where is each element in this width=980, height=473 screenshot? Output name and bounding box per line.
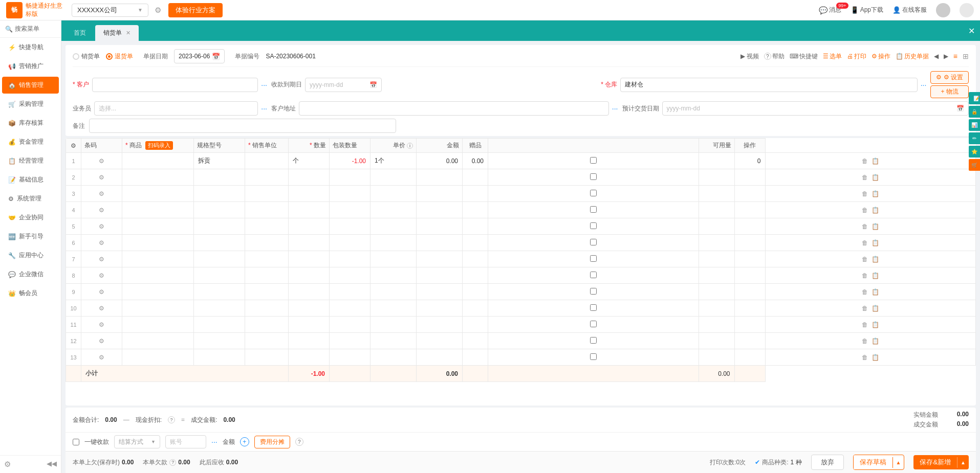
sidebar-item-sales[interactable]: 🏠 销售管理 bbox=[2, 77, 59, 94]
addr-more-btn[interactable]: ··· bbox=[612, 104, 618, 112]
tab-close-icon[interactable]: ✕ bbox=[126, 30, 130, 36]
radio-sales-order[interactable]: 销货单 bbox=[73, 52, 100, 61]
toolbar-video[interactable]: ▶ 视频 bbox=[741, 52, 759, 61]
row-delete-icon[interactable]: 🗑 bbox=[862, 256, 868, 263]
sidebar-item-inventory[interactable]: 📦 库存核算 bbox=[2, 115, 59, 131]
expense-split-btn[interactable]: 费用分摊 bbox=[254, 436, 290, 448]
logistics-btn[interactable]: + 物流 bbox=[930, 85, 969, 98]
toolbar-history[interactable]: 📋 历史单据 bbox=[896, 52, 929, 61]
sidebar-item-marketing[interactable]: 📢 营销推广 bbox=[2, 58, 59, 75]
rfb-1[interactable]: 📝 bbox=[969, 92, 980, 104]
row-gear-icon[interactable]: ⚙ bbox=[99, 321, 104, 328]
sidebar-item-system[interactable]: ⚙ 系统管理 bbox=[2, 190, 59, 207]
row-delete-icon[interactable]: 🗑 bbox=[862, 321, 868, 328]
row-gear-icon[interactable]: ⚙ bbox=[99, 174, 104, 181]
sidebar-settings-btn[interactable]: ⚙ bbox=[4, 460, 11, 469]
warehouse-input[interactable]: 建材仓 bbox=[620, 78, 917, 92]
gift-checkbox[interactable] bbox=[590, 288, 597, 295]
next-icon[interactable]: ▶ bbox=[944, 53, 948, 60]
company-selector[interactable]: XXXXXX公司 ▼ bbox=[72, 4, 148, 17]
calendar-icon[interactable]: 📅 bbox=[212, 53, 220, 60]
row-delete-icon[interactable]: 🗑 bbox=[862, 207, 868, 214]
row-gear-icon[interactable]: ⚙ bbox=[99, 239, 104, 246]
discard-btn[interactable]: 放弃 bbox=[811, 455, 844, 470]
row-gear-icon[interactable]: ⚙ bbox=[99, 157, 104, 165]
row-gear-icon[interactable]: ⚙ bbox=[99, 354, 104, 361]
list-view-icon[interactable]: ≡ bbox=[953, 52, 957, 60]
scan-entry-btn[interactable]: 扫码录入 bbox=[145, 141, 173, 150]
sidebar-item-finance[interactable]: 💰 资金管理 bbox=[2, 133, 59, 150]
row-copy-icon[interactable]: 📋 bbox=[872, 157, 879, 165]
help-icon-3[interactable]: ? bbox=[295, 438, 303, 446]
sidebar-item-apps[interactable]: 🔧 应用中心 bbox=[2, 247, 59, 264]
notes-input[interactable] bbox=[89, 119, 396, 133]
toolbar-help[interactable]: ? 帮助 bbox=[764, 52, 785, 61]
gear-icon[interactable]: ⚙ bbox=[155, 6, 161, 15]
customer-addr-input[interactable] bbox=[299, 101, 609, 116]
row-copy-icon[interactable]: 📋 bbox=[872, 174, 879, 181]
row-copy-icon[interactable]: 📋 bbox=[872, 239, 879, 246]
rfb-2[interactable]: 🔒 bbox=[969, 106, 980, 118]
row-delete-icon[interactable]: 🗑 bbox=[862, 190, 868, 197]
row-copy-icon[interactable]: 📋 bbox=[872, 337, 879, 345]
trial-btn[interactable]: 体验行业方案 bbox=[168, 3, 223, 17]
sidebar-collapse-btn[interactable]: ◀◀ bbox=[47, 460, 57, 469]
grid-view-icon[interactable]: ⊞ bbox=[963, 52, 969, 60]
toolbar-shortcut[interactable]: ⌨ 快捷键 bbox=[790, 52, 818, 61]
rfb-5[interactable]: ⭐ bbox=[969, 146, 980, 157]
account-input[interactable]: 账号 bbox=[165, 435, 206, 448]
save-new-btn-wrapper[interactable]: 保存&新增 ▲ bbox=[913, 455, 969, 469]
salesperson-input[interactable]: 选择... bbox=[94, 101, 258, 116]
sidebar-item-operations[interactable]: 📋 经营管理 bbox=[2, 152, 59, 169]
app-download-btn[interactable]: 📱 App下载 bbox=[851, 6, 883, 14]
sidebar-item-quick-nav[interactable]: ⚡ 快捷导航 bbox=[2, 39, 59, 56]
delivery-date-input[interactable]: yyyy-mm-dd 📅 bbox=[662, 101, 969, 116]
row-gear-icon[interactable]: ⚙ bbox=[99, 256, 104, 263]
row-gear-icon[interactable]: ⚙ bbox=[99, 305, 104, 312]
delivery-calendar-icon[interactable]: 📅 bbox=[956, 105, 964, 112]
row-delete-icon[interactable]: 🗑 bbox=[862, 288, 868, 296]
rfb-3[interactable]: 📊 bbox=[969, 119, 980, 131]
rfb-6[interactable]: 🛒 bbox=[969, 159, 980, 171]
row-delete-icon[interactable]: 🗑 bbox=[862, 354, 868, 361]
gift-checkbox[interactable] bbox=[590, 304, 597, 311]
row-copy-icon[interactable]: 📋 bbox=[872, 207, 879, 214]
sidebar-item-wechat[interactable]: 💬 企业微信 bbox=[2, 266, 59, 283]
sidebar-item-enterprise[interactable]: 🤝 企业协同 bbox=[2, 209, 59, 226]
row-delete-icon[interactable]: 🗑 bbox=[862, 272, 868, 279]
date-input[interactable]: 2023-06-06 📅 bbox=[174, 49, 225, 63]
row-delete-icon[interactable]: 🗑 bbox=[862, 157, 868, 165]
payment-calendar-icon[interactable]: 📅 bbox=[369, 81, 377, 88]
tab-home[interactable]: 首页 bbox=[66, 25, 94, 41]
gift-checkbox[interactable] bbox=[590, 239, 597, 245]
row-copy-icon[interactable]: 📋 bbox=[872, 190, 879, 197]
payment-due-input[interactable]: yyyy-mm-dd 📅 bbox=[305, 78, 382, 92]
message-btn[interactable]: 💬 消息 99+ bbox=[819, 6, 841, 14]
customer-input[interactable] bbox=[92, 78, 258, 92]
gift-checkbox[interactable] bbox=[590, 206, 597, 213]
row-copy-icon[interactable]: 📋 bbox=[872, 256, 879, 263]
save-new-btn[interactable]: 保存&新增 bbox=[913, 455, 957, 469]
prev-icon[interactable]: ◀ bbox=[934, 53, 939, 60]
gift-checkbox[interactable] bbox=[590, 222, 597, 229]
calc-method-select[interactable]: 结算方式 ▼ bbox=[114, 435, 160, 448]
gift-checkbox[interactable] bbox=[590, 173, 597, 180]
row-gear-icon[interactable]: ⚙ bbox=[99, 272, 104, 279]
settings-btn[interactable]: ⚙ ⚙ 设置 bbox=[930, 71, 969, 84]
avatar[interactable] bbox=[936, 3, 950, 17]
radio-return-order[interactable]: 退货单 bbox=[106, 52, 133, 61]
sidebar-item-guide[interactable]: 🆕 新手引导 bbox=[2, 228, 59, 245]
warehouse-more-btn[interactable]: ··· bbox=[921, 81, 927, 89]
online-service-btn[interactable]: 👤 在线客服 bbox=[892, 6, 927, 14]
row-gear-icon[interactable]: ⚙ bbox=[99, 337, 104, 345]
rfb-4[interactable]: ✏ bbox=[969, 132, 980, 144]
close-all-btn[interactable]: ✕ bbox=[968, 26, 975, 36]
toolbar-operate[interactable]: ⚙ 操作 bbox=[872, 52, 890, 61]
row-delete-icon[interactable]: 🗑 bbox=[862, 305, 868, 312]
col-gear[interactable]: ⚙ bbox=[66, 139, 81, 153]
gift-checkbox[interactable] bbox=[590, 337, 597, 344]
row-gear-icon[interactable]: ⚙ bbox=[99, 207, 104, 214]
toolbar-print[interactable]: 🖨 打印 bbox=[847, 52, 866, 61]
salesperson-more-btn[interactable]: ··· bbox=[261, 104, 267, 112]
row-copy-icon[interactable]: 📋 bbox=[872, 321, 879, 328]
